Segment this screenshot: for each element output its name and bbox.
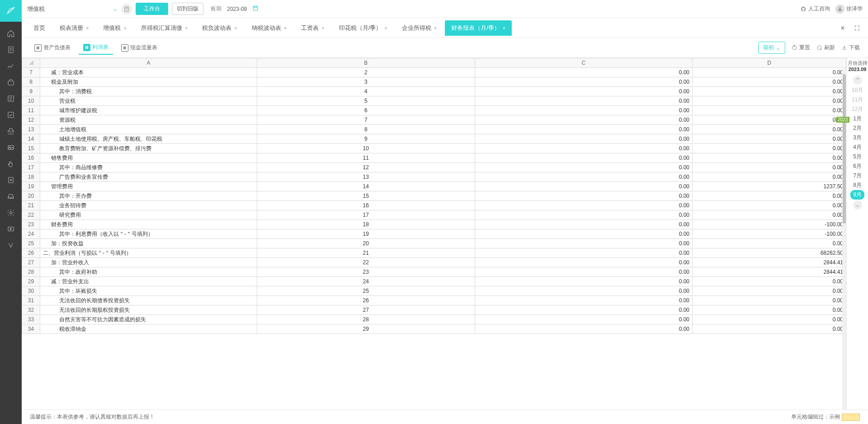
- row-header[interactable]: 17: [22, 163, 40, 172]
- cell[interactable]: 营业税: [40, 96, 257, 106]
- row-header[interactable]: 7: [22, 68, 40, 77]
- month-item[interactable]: 4月: [850, 143, 864, 152]
- month-item[interactable]: 1月: [850, 114, 864, 124]
- cell[interactable]: 0.00: [475, 125, 693, 134]
- tab[interactable]: 工资表×: [295, 20, 330, 36]
- cell[interactable]: 12: [257, 163, 475, 172]
- row-header[interactable]: 8: [22, 77, 40, 87]
- workbench-button[interactable]: 工作台: [136, 3, 168, 15]
- cell[interactable]: 0.00: [693, 134, 846, 144]
- cell[interactable]: 0.00: [693, 277, 846, 286]
- cell[interactable]: 5: [257, 96, 475, 106]
- month-item[interactable]: 6月: [850, 162, 864, 171]
- row-header[interactable]: 19: [22, 182, 40, 191]
- cell[interactable]: 9: [257, 134, 475, 144]
- cell[interactable]: 0.00: [693, 163, 846, 172]
- cell[interactable]: 税金及附加: [40, 77, 257, 87]
- row-header[interactable]: 24: [22, 229, 40, 239]
- cell[interactable]: 减：营业成本: [40, 68, 257, 77]
- row-header[interactable]: 26: [22, 248, 40, 258]
- month-item[interactable]: 9月: [850, 190, 864, 200]
- nav-bag-icon[interactable]: [0, 74, 22, 91]
- cell[interactable]: 0.00: [693, 144, 846, 153]
- row-header[interactable]: 21: [22, 201, 40, 210]
- nav-home-icon[interactable]: [0, 25, 22, 42]
- row-header[interactable]: 11: [22, 106, 40, 115]
- cell[interactable]: 0.00: [475, 87, 693, 96]
- cell[interactable]: 教育费附加、矿产资源补偿费、排污费: [40, 144, 257, 153]
- cell[interactable]: 0.00: [693, 77, 846, 87]
- nav-inbox-icon[interactable]: [0, 188, 22, 205]
- cell[interactable]: 税收滞纳金: [40, 324, 257, 334]
- cell[interactable]: 0.00: [475, 115, 693, 125]
- cell[interactable]: 1237.50: [693, 182, 846, 191]
- cell[interactable]: 16: [257, 201, 475, 210]
- nav-stamp-icon[interactable]: [0, 123, 22, 139]
- row-header[interactable]: 16: [22, 153, 40, 163]
- cell[interactable]: 0.00: [475, 210, 693, 220]
- row-header[interactable]: 15: [22, 144, 40, 153]
- cell[interactable]: 0.00: [475, 220, 693, 229]
- nav-image-icon[interactable]: [0, 139, 22, 156]
- fullscreen-button[interactable]: [852, 23, 863, 33]
- cell[interactable]: 减：营业外支出: [40, 277, 257, 286]
- cell[interactable]: 城市维护建设税: [40, 106, 257, 115]
- cell[interactable]: 0.00: [693, 87, 846, 96]
- row-header[interactable]: 30: [22, 286, 40, 296]
- reset-button[interactable]: 重置: [792, 44, 810, 52]
- cell[interactable]: 0.00: [693, 324, 846, 334]
- cell[interactable]: 0.00: [475, 258, 693, 267]
- user-menu[interactable]: 徐泽华: [835, 5, 863, 14]
- cell[interactable]: 0.00: [475, 315, 693, 324]
- row-header[interactable]: 12: [22, 115, 40, 125]
- subtab[interactable]: ▦资产负债表: [30, 41, 75, 55]
- cell[interactable]: 29: [257, 324, 475, 334]
- cell[interactable]: 0.00: [475, 96, 693, 106]
- subtab[interactable]: ▦利润表: [79, 41, 113, 55]
- row-header[interactable]: 18: [22, 172, 40, 182]
- cell[interactable]: 0.00: [475, 153, 693, 163]
- cell[interactable]: 0.00: [475, 229, 693, 239]
- cell[interactable]: 26: [257, 296, 475, 305]
- close-icon[interactable]: ×: [384, 25, 387, 31]
- cell[interactable]: 财务费用: [40, 220, 257, 229]
- cell[interactable]: 0.00: [475, 267, 693, 277]
- cell[interactable]: 17: [257, 210, 475, 220]
- nav-doc-icon[interactable]: [0, 42, 22, 58]
- cell[interactable]: 加：投资收益: [40, 239, 257, 248]
- nav-gear-icon[interactable]: [0, 205, 22, 221]
- cell[interactable]: -100.00: [693, 220, 846, 229]
- tab[interactable]: 所得税汇算清缴×: [135, 20, 194, 36]
- row-header[interactable]: 20: [22, 191, 40, 201]
- close-icon[interactable]: ×: [434, 25, 437, 31]
- cell[interactable]: 管理费用: [40, 182, 257, 191]
- cell[interactable]: 0.00: [475, 305, 693, 315]
- row-header[interactable]: 25: [22, 239, 40, 248]
- column-header[interactable]: A: [40, 58, 257, 68]
- cell[interactable]: 0.00: [475, 248, 693, 258]
- column-header[interactable]: B: [257, 58, 475, 68]
- month-item[interactable]: 2月: [850, 124, 864, 133]
- row-header[interactable]: 23: [22, 220, 40, 229]
- row-header[interactable]: 9: [22, 87, 40, 96]
- month-item[interactable]: 8月: [850, 181, 864, 190]
- cell[interactable]: 研究费用: [40, 210, 257, 220]
- nav-hand-icon[interactable]: [0, 156, 22, 172]
- cell[interactable]: 广告费和业务宣传费: [40, 172, 257, 182]
- tab[interactable]: 印花税（月/季）×: [333, 20, 394, 36]
- cell[interactable]: 0.00: [475, 239, 693, 248]
- month-next-button[interactable]: ⌄: [853, 200, 862, 210]
- cell[interactable]: 23: [257, 267, 475, 277]
- cell[interactable]: 11: [257, 153, 475, 163]
- cell[interactable]: 0.00: [475, 163, 693, 172]
- row-header[interactable]: 27: [22, 258, 40, 267]
- cell[interactable]: 0.00: [475, 172, 693, 182]
- row-header[interactable]: 10: [22, 96, 40, 106]
- cell[interactable]: 0.00: [693, 210, 846, 220]
- row-header[interactable]: 13: [22, 125, 40, 134]
- close-icon[interactable]: ×: [284, 25, 287, 31]
- cell[interactable]: 其中：利息费用（收入以＂-＂号填列）: [40, 229, 257, 239]
- cell[interactable]: 18: [257, 220, 475, 229]
- cell[interactable]: 0.00: [693, 125, 846, 134]
- cell[interactable]: 土地增值税: [40, 125, 257, 134]
